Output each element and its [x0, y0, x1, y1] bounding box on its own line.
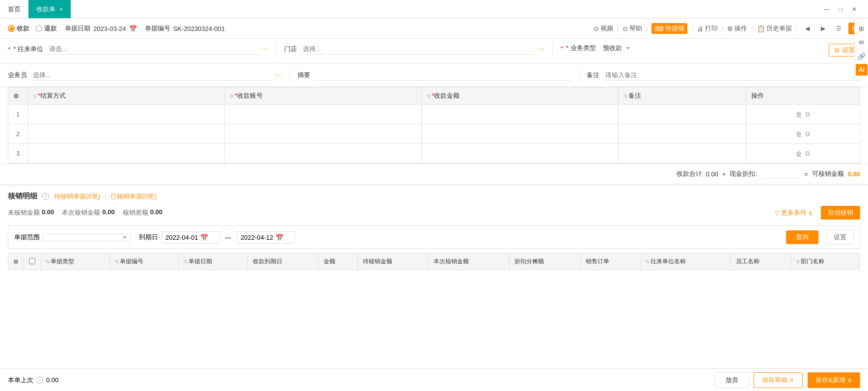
sidebar-ai-icon[interactable]: Ai — [856, 64, 868, 76]
th-gear[interactable]: ⚙ — [8, 87, 28, 105]
prev-btn[interactable]: ◀ — [801, 23, 813, 34]
remark-cell-3[interactable] — [619, 144, 746, 164]
date-calendar-icon[interactable]: 📅 — [129, 25, 137, 32]
save-draft-label: 保存草稿 — [762, 376, 787, 385]
bth-dept: ⇅部门名称 — [791, 253, 860, 270]
shortcut-tool[interactable]: ⌨ 快捷键 — [651, 23, 687, 34]
ops-cell-1: 🗑 ⧉ — [746, 105, 860, 124]
sidebar-link-icon[interactable]: 🔗 — [856, 50, 868, 62]
sep4 — [578, 68, 579, 83]
th-amount: ⇅*收款金额 — [422, 87, 619, 105]
account-cell-3[interactable] — [225, 144, 422, 164]
bth-check[interactable] — [24, 253, 41, 270]
select-all-checkbox[interactable] — [29, 258, 35, 264]
nav-tab-receipts[interactable]: 收款单 × — [28, 0, 71, 18]
header-tools: ⊙ 视频 | ⊙ 帮助 | ⌨ 快捷键 | 🖨 打印 | ⚙ 操作 — [594, 23, 860, 34]
counterparty-group: * * 往来单位 ··· — [8, 44, 268, 55]
nav-tab-label: 收款单 — [36, 5, 55, 14]
radio-refund[interactable]: 退款 — [35, 24, 57, 33]
date-to-value: 2022-04-12 — [241, 234, 273, 241]
account-cell-1[interactable] — [225, 105, 422, 124]
store-input[interactable] — [300, 44, 535, 55]
verify-title: 核销明细 i 待核销单据(0笔) ｜ 已核销单据(0笔) — [8, 192, 860, 201]
nav-home[interactable]: 首页 — [0, 0, 28, 18]
query-btn[interactable]: 查询 — [786, 230, 818, 244]
verify-section: 核销明细 i 待核销单据(0笔) ｜ 已核销单据(0笔) 未核销金额 0.00 … — [0, 184, 868, 276]
remark-group: 备注 — [587, 70, 860, 81]
nav-tab-close[interactable]: × — [59, 6, 63, 13]
shortcut-icon: ⌨ — [654, 25, 664, 32]
amount-cell-1[interactable] — [422, 105, 619, 124]
help-tool[interactable]: ⊙ 帮助 — [623, 24, 642, 33]
more-conditions-btn[interactable]: ▽ 更多条件 ∧ — [775, 208, 813, 217]
minimize-btn[interactable]: — — [821, 3, 833, 15]
date-to-input[interactable]: 2022-04-12 📅 — [236, 231, 295, 244]
bth-discount: 折扣分摊额 — [510, 253, 580, 270]
close-window-btn[interactable]: ✕ — [848, 3, 860, 15]
copy-btn-3[interactable]: ⧉ — [805, 149, 810, 158]
delete-btn-3[interactable]: 🗑 — [795, 150, 802, 158]
docnum-field: 单据编号 SK-20230324-001 — [145, 24, 225, 33]
ops-cell-2: 🗑 ⧉ — [746, 124, 860, 144]
delete-btn-1[interactable]: 🗑 — [795, 111, 802, 118]
print-tool[interactable]: 🖨 打印 — [697, 24, 718, 33]
bth-salesorder: 销售订单 — [580, 253, 641, 270]
bth-gear[interactable]: ⚙ — [8, 253, 24, 270]
summary-input[interactable] — [313, 70, 571, 81]
verify-tab-done[interactable]: 已核销单据(0笔) — [110, 192, 157, 201]
discount-label: 现金折扣: — [730, 169, 757, 178]
biztype-chevron[interactable] — [626, 47, 630, 50]
amount-cell-2[interactable] — [422, 124, 619, 144]
counterparty-more-btn[interactable]: ··· — [262, 45, 268, 54]
ops-label: 操作 — [734, 24, 747, 33]
calendar-from-icon: 📅 — [200, 234, 208, 241]
list-view-btn[interactable]: ☰ — [833, 23, 844, 34]
history-tool[interactable]: 📋 历史单据 — [757, 24, 792, 33]
date-from-input[interactable]: 2022-04-01 📅 — [161, 231, 220, 244]
current-value: 0.00 — [102, 208, 114, 217]
docnum-value: SK-20230324-001 — [173, 25, 225, 32]
copy-btn-1[interactable]: ⧉ — [805, 110, 810, 118]
sidebar-table-icon[interactable]: ⊞ — [856, 23, 868, 34]
discount-input[interactable] — [761, 169, 800, 179]
staff-input[interactable] — [30, 70, 271, 81]
date-value: 2023-03-24 — [93, 25, 126, 32]
bottom-info-icon[interactable]: i — [36, 377, 43, 384]
account-cell-2[interactable] — [225, 124, 422, 144]
history-icon: 📋 — [757, 25, 765, 32]
settle-cell-3[interactable] — [28, 144, 225, 164]
delete-btn-2[interactable]: 🗑 — [795, 130, 802, 138]
verify-info-icon[interactable]: i — [42, 193, 49, 200]
next-btn[interactable]: ▶ — [817, 23, 829, 34]
settle-cell-1[interactable] — [28, 105, 225, 124]
copy-btn-2[interactable]: ⧉ — [805, 130, 810, 138]
bottom-info: 本单上次 i 0.00 — [8, 376, 58, 385]
help-label: 帮助 — [629, 24, 642, 33]
save-new-btn[interactable]: 保存&新增 ∧ — [808, 372, 860, 388]
video-tool[interactable]: ⊙ 视频 — [594, 24, 613, 33]
amount-cell-3[interactable] — [422, 144, 619, 164]
remark-cell-2[interactable] — [619, 124, 746, 144]
form-header: 收款 退款 单据日期 2023-03-24 📅 单据编号 SK-20230324… — [0, 19, 868, 39]
abandon-btn[interactable]: 放弃 — [715, 372, 749, 388]
settle-cell-2[interactable] — [28, 124, 225, 144]
store-more-btn[interactable]: ··· — [538, 45, 544, 54]
counterparty-input[interactable] — [46, 44, 259, 55]
maximize-btn[interactable]: □ — [835, 3, 846, 15]
range-select[interactable] — [43, 234, 131, 241]
sidebar-email-icon[interactable]: ✉ — [856, 36, 868, 48]
current-label: 本次核销金额 — [62, 208, 100, 217]
staff-more-btn[interactable]: ··· — [274, 71, 281, 80]
remark-input[interactable] — [602, 70, 860, 81]
remark-cell-1[interactable] — [619, 105, 746, 124]
bth-docdate: ⇅单据日期 — [179, 253, 248, 270]
ops-tool[interactable]: ⚙ 操作 — [727, 24, 747, 33]
auto-verify-btn[interactable]: 自动核销 — [821, 206, 860, 220]
radio-dot-receipt — [8, 25, 15, 32]
filter-settings-btn[interactable]: 设置 — [826, 230, 854, 245]
save-draft-btn[interactable]: 保存草稿 ∧ — [754, 372, 803, 388]
th-remark: ⇅备注 — [619, 87, 746, 105]
radio-receipt[interactable]: 收款 — [8, 24, 29, 33]
save-new-label: 保存&新增 — [815, 376, 845, 385]
verify-tab-pending[interactable]: 待核销单据(0笔) — [54, 192, 100, 201]
